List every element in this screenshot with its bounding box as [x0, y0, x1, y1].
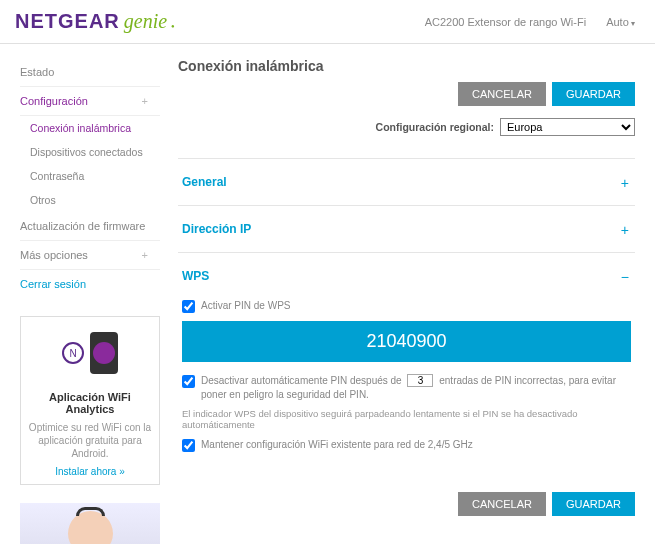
headset-person-icon: [68, 511, 113, 545]
promo-title: Aplicación WiFi Analytics: [27, 391, 153, 415]
nav-others[interactable]: Otros: [30, 188, 160, 212]
promo-image: N: [38, 323, 143, 383]
wps-auto-disable-text: Desactivar automáticamente PIN después d…: [201, 374, 631, 402]
product-name: AC2200 Extensor de rango Wi-Fi: [425, 16, 586, 28]
cancel-button-bottom[interactable]: CANCELAR: [458, 492, 546, 516]
logo: NETGEAR genie ●: [15, 10, 175, 33]
nav-wireless[interactable]: Conexión inalámbrica: [30, 116, 160, 140]
logo-dot-icon: ●: [171, 23, 175, 29]
section-ip[interactable]: Dirección IP +: [178, 205, 635, 252]
header: NETGEAR genie ● AC2200 Extensor de rango…: [0, 0, 655, 44]
wps-enable-pin-row: Activar PIN de WPS: [182, 299, 631, 313]
bottom-button-row: CANCELAR GUARDAR: [178, 492, 635, 516]
promo-help: ¿Necesita ayuda?: [20, 503, 160, 544]
wps-body: Activar PIN de WPS 21040900 Desactivar a…: [182, 299, 631, 452]
support-image: [20, 503, 160, 544]
logo-genie: genie: [124, 10, 167, 33]
phone-icon: [90, 332, 118, 374]
save-button-top[interactable]: GUARDAR: [552, 82, 635, 106]
wps-auto-disable-checkbox[interactable]: [182, 375, 195, 388]
promo-desc: Optimice su red WiFi con la aplicación g…: [27, 421, 153, 460]
promo-install-link[interactable]: Instalar ahora »: [55, 466, 125, 477]
expand-icon: +: [621, 175, 629, 191]
expand-icon: +: [621, 222, 629, 238]
wps-note: El indicador WPS del dispositivo seguirá…: [182, 408, 631, 430]
wps-attempts-input[interactable]: [407, 374, 433, 387]
section-general[interactable]: General +: [178, 158, 635, 205]
section-wps-title[interactable]: WPS: [182, 269, 209, 283]
wps-keep-config-checkbox[interactable]: [182, 439, 195, 452]
nav-config[interactable]: Configuración: [20, 87, 160, 116]
nav-connected-devices[interactable]: Dispositivos conectados: [30, 140, 160, 164]
region-label: Configuración regional:: [376, 121, 494, 133]
top-button-row: CANCELAR GUARDAR: [178, 82, 635, 106]
wps-keep-config-label: Mantener configuración WiFi existente pa…: [201, 438, 473, 452]
nav-more-options[interactable]: Más opciones: [20, 241, 160, 270]
collapse-icon[interactable]: −: [621, 269, 629, 285]
section-ip-title: Dirección IP: [182, 222, 251, 236]
nav-firmware[interactable]: Actualización de firmware: [20, 212, 160, 241]
wps-enable-pin-label: Activar PIN de WPS: [201, 299, 290, 313]
nav-config-sub: Conexión inalámbrica Dispositivos conect…: [20, 116, 160, 212]
region-select[interactable]: Europa: [500, 118, 635, 136]
logo-brand: NETGEAR: [15, 10, 120, 33]
section-wps: WPS − Activar PIN de WPS 21040900 Desact…: [178, 252, 635, 474]
page-title: Conexión inalámbrica: [178, 58, 635, 74]
region-row: Configuración regional: Europa: [178, 118, 635, 136]
nav-status[interactable]: Estado: [20, 58, 160, 87]
sidebar: Estado Configuración Conexión inalámbric…: [0, 44, 160, 544]
section-general-title: General: [182, 175, 227, 189]
wps-pin-display: 21040900: [182, 321, 631, 362]
promo-wifi-analytics: N Aplicación WiFi Analytics Optimice su …: [20, 316, 160, 485]
language-selector[interactable]: Auto: [606, 16, 635, 28]
cancel-button-top[interactable]: CANCELAR: [458, 82, 546, 106]
main-content: Conexión inalámbrica CANCELAR GUARDAR Co…: [160, 44, 655, 544]
nav-password[interactable]: Contraseña: [30, 164, 160, 188]
wps-keep-config-row: Mantener configuración WiFi existente pa…: [182, 438, 631, 452]
header-right: AC2200 Extensor de rango Wi-Fi Auto: [425, 16, 635, 28]
save-button-bottom[interactable]: GUARDAR: [552, 492, 635, 516]
netgear-badge-icon: N: [62, 342, 84, 364]
wps-auto-disable-row: Desactivar automáticamente PIN después d…: [182, 374, 631, 402]
nav-logout[interactable]: Cerrar sesión: [20, 270, 160, 298]
wps-enable-pin-checkbox[interactable]: [182, 300, 195, 313]
